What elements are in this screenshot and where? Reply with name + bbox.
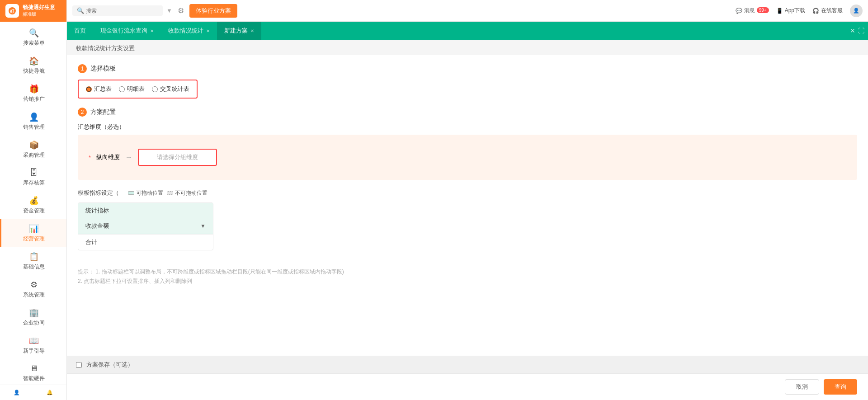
sidebar-item-label: 系统管理: [23, 291, 45, 299]
dim-label-text: 汇总维度（必选）: [78, 123, 125, 130]
dim-placeholder-text: 请选择分组维度: [157, 154, 198, 160]
main-area: 🔍 ▼ ⚙ 体验行业方案 💬 消息 99+ 📱 App下载 🎧 在线客服 👤: [67, 0, 868, 400]
book-icon: 📖: [29, 336, 39, 346]
download-label: App下载: [785, 7, 805, 14]
avatar-icon: 👤: [853, 8, 859, 14]
radio-detail-label: 明细表: [127, 85, 145, 93]
radio-cross[interactable]: 交叉统计表: [152, 85, 189, 93]
search-input[interactable]: [86, 8, 154, 14]
sidebar-item-enterprise[interactable]: 🏢 企业协同: [0, 303, 66, 331]
box-icon: 📦: [29, 140, 39, 150]
sidebar-item-newbie[interactable]: 📖 新手引导: [0, 331, 66, 359]
dim-area: * 纵向维度 → 请选择分组维度: [78, 135, 857, 180]
support-label: 在线客服: [821, 7, 843, 14]
step1-section: 1 选择模板 汇总表 明细表: [78, 64, 857, 99]
sidebar-item-system[interactable]: ⚙ 系统管理: [0, 275, 66, 303]
sidebar-item-marketing[interactable]: 🎁 营销推广: [0, 80, 66, 108]
tab-receipts-close[interactable]: ✕: [206, 28, 210, 33]
tip-1: 提示： 1. 拖动标题栏可以调整布局，不可跨维度或指标区域拖动栏目段(只能在同一…: [78, 268, 857, 276]
dim-arrow-icon: →: [125, 153, 132, 161]
download-icon: 📱: [776, 8, 783, 14]
template-box: 汇总表 明细表 交叉统计表: [78, 80, 198, 99]
dropdown-icon[interactable]: ▼: [166, 7, 172, 14]
sidebar-item-funds[interactable]: 💰 资金管理: [0, 191, 66, 219]
radio-summary[interactable]: 汇总表: [86, 85, 112, 93]
search-icon-topbar: 🔍: [77, 7, 84, 14]
row-total-label: 合计: [85, 239, 97, 245]
radio-cross-label: 交叉统计表: [160, 85, 189, 93]
sidebar-item-label: 新手引导: [23, 347, 45, 355]
sidebar-item-operations[interactable]: 📊 经营管理: [0, 219, 66, 247]
tab-home-label: 首页: [74, 27, 86, 35]
sidebar-item-inventory[interactable]: 🗄 库存核算: [0, 164, 66, 191]
tab-bank[interactable]: 现金银行流水查询 ✕: [93, 22, 161, 40]
radio-detail[interactable]: 明细表: [119, 85, 145, 93]
metrics-col-receipts[interactable]: 收款金额 ▼: [78, 218, 213, 234]
sidebar-item-hardware[interactable]: 🖥 智能硬件: [0, 359, 66, 385]
sidebar-item-sales[interactable]: 👤 销售管理: [0, 108, 66, 136]
col-dropdown-icon[interactable]: ▼: [200, 223, 206, 229]
dim-row: * 纵向维度 → 请选择分组维度: [89, 149, 217, 166]
tab-bank-label: 现金银行流水查询: [100, 27, 147, 35]
search-icon: 🔍: [29, 28, 39, 38]
monitor-icon: 🖥: [30, 364, 38, 373]
tab-receipts-label: 收款情况统计: [168, 27, 203, 35]
download-item[interactable]: 📱 App下载: [776, 7, 805, 14]
radio-detail-input[interactable]: [119, 86, 125, 92]
sidebar-footer-user[interactable]: 👤: [14, 390, 20, 395]
warehouse-icon: 🗄: [30, 168, 38, 178]
sidebar-item-label: 销售管理: [23, 123, 45, 131]
sidebar-item-label: 采购管理: [23, 151, 45, 159]
save-plan-label: 方案保存（可选）: [86, 361, 133, 369]
tab-bank-close[interactable]: ✕: [150, 28, 154, 33]
notification-label: 消息: [744, 7, 755, 14]
tips-section: 提示： 1. 拖动标题栏可以调整布局，不可跨维度或指标区域拖动栏目段(只能在同一…: [78, 263, 857, 292]
tab-new[interactable]: 新建方案 ✕: [217, 22, 261, 40]
legend-draggable-label: 可拖动位置: [136, 189, 163, 197]
tab-close-all-icon[interactable]: ✕: [850, 27, 855, 34]
query-button[interactable]: 查询: [824, 379, 857, 395]
tab-expand-icon[interactable]: ⛶: [858, 27, 864, 34]
dim-placeholder[interactable]: 请选择分组维度: [138, 149, 217, 166]
trial-button[interactable]: 体验行业方案: [189, 4, 237, 18]
stats-label: 统计指标: [85, 207, 109, 214]
radio-summary-input[interactable]: [86, 86, 92, 92]
cancel-button[interactable]: 取消: [785, 379, 819, 395]
notification-badge: 99+: [757, 7, 769, 13]
support-item[interactable]: 🎧 在线客服: [812, 7, 843, 14]
tab-new-close[interactable]: ✕: [250, 28, 254, 33]
tabbar: 首页 现金银行流水查询 ✕ 收款情况统计 ✕ 新建方案 ✕ ✕ ⛶: [67, 22, 868, 40]
notification-item[interactable]: 💬 消息 99+: [736, 7, 769, 14]
sidebar-item-basic[interactable]: 📋 基础信息: [0, 247, 66, 275]
sidebar-logo: 好 畅捷通好生意 标准版: [0, 0, 66, 22]
logo-text: 畅捷通好生意: [23, 4, 55, 11]
money-icon: 💰: [29, 196, 39, 206]
legend-draggable: 可拖动位置: [128, 189, 163, 197]
tab-home[interactable]: 首页: [67, 22, 93, 40]
tip-2: 2. 点击标题栏下拉可设置排序、插入列和删除列: [78, 278, 857, 285]
step1-header: 1 选择模板: [78, 64, 857, 73]
step1-title: 选择模板: [90, 65, 116, 73]
sidebar-item-label: 资金管理: [23, 207, 45, 215]
home-icon: 🏠: [29, 56, 39, 66]
step2-title: 方案配置: [90, 108, 116, 116]
sidebar-item-label: 搜索菜单: [23, 39, 45, 47]
metrics-header: 模板指标设定（ 可拖动位置 不可拖动位置: [78, 189, 857, 197]
settings-icon[interactable]: ⚙: [178, 6, 184, 15]
logo-badge: 标准版: [23, 11, 55, 18]
sidebar-footer-bell[interactable]: 🔔: [47, 390, 53, 395]
sidebar-item-label: 经营管理: [23, 235, 45, 243]
search-box[interactable]: 🔍: [72, 5, 163, 16]
sidebar-item-nav[interactable]: 🏠 快捷导航: [0, 52, 66, 80]
legend-fixed-label: 不可拖动位置: [175, 189, 208, 197]
sidebar-item-purchase[interactable]: 📦 采购管理: [0, 136, 66, 164]
user-avatar[interactable]: 👤: [850, 5, 863, 17]
radio-cross-input[interactable]: [152, 86, 158, 92]
tab-new-label: 新建方案: [224, 27, 248, 35]
sidebar-item-search[interactable]: 🔍 搜索菜单: [0, 24, 66, 52]
step1-badge: 1: [78, 64, 87, 73]
col-receipts-label: 收款金额: [85, 222, 109, 230]
tab-receipts[interactable]: 收款情况统计 ✕: [161, 22, 217, 40]
save-plan-checkbox[interactable]: [76, 362, 82, 368]
vertical-dim-label: 纵向维度: [96, 153, 120, 161]
